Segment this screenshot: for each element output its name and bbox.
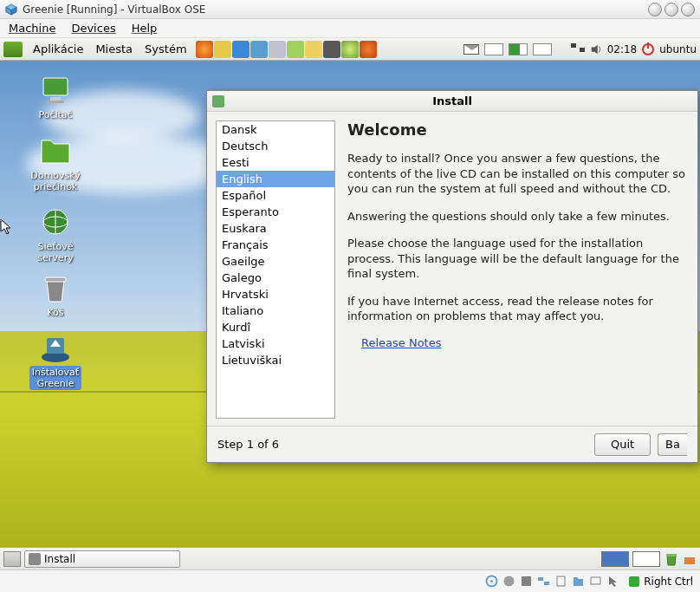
distro-logo-icon[interactable] (3, 42, 23, 57)
step-label: Step 1 of 6 (217, 438, 279, 451)
language-item[interactable]: Hrvatski (217, 286, 334, 303)
workspace-1[interactable] (601, 551, 629, 567)
welcome-para3: Please choose the language used for the … (347, 236, 687, 282)
terminal-icon[interactable] (323, 41, 340, 58)
app-icon[interactable] (250, 41, 268, 58)
mem-graph-icon[interactable] (509, 43, 528, 55)
language-item[interactable]: Euskara (217, 220, 334, 237)
desktop-icon-network[interactable]: Sieťové servery (21, 206, 90, 263)
vbox-floppy-icon[interactable] (520, 575, 533, 588)
back-button[interactable]: Ba (658, 433, 687, 456)
task-button-install[interactable]: Install (24, 550, 180, 568)
welcome-pane: Welcome Ready to install? Once you answe… (339, 120, 696, 419)
welcome-para2: Answering the questions should only take… (347, 209, 687, 224)
vbox-logo-icon (5, 3, 17, 16)
app-icon[interactable] (214, 41, 231, 58)
app-icon[interactable] (341, 41, 359, 58)
gnome-bottom-panel: Install (0, 547, 700, 569)
language-item[interactable]: Lietuviškai (217, 352, 334, 368)
menu-system[interactable]: Systém (139, 42, 191, 55)
svg-rect-22 (544, 582, 549, 585)
panel-trash-icon[interactable] (664, 551, 679, 567)
desktop-icon-computer[interactable]: Počítač (21, 75, 90, 120)
language-item[interactable]: English (217, 171, 334, 187)
vbox-usb-icon[interactable] (554, 575, 567, 588)
vbox-menubar: Machine Devices Help (0, 19, 700, 38)
task-icon (29, 553, 41, 565)
svg-rect-21 (538, 577, 543, 581)
language-item[interactable]: Eesti (217, 154, 334, 171)
vbox-hostkey-icon (629, 576, 639, 587)
menu-places[interactable]: Miesta (90, 42, 138, 55)
vbox-display-icon[interactable] (589, 575, 602, 588)
svg-rect-24 (591, 577, 600, 584)
svg-rect-3 (571, 43, 576, 48)
user-label[interactable]: ubuntu (659, 43, 697, 55)
desktop-icon-home[interactable]: Domovský priečinok (21, 135, 90, 192)
svg-rect-15 (666, 554, 677, 556)
close-button[interactable] (681, 3, 695, 16)
language-item[interactable]: Kurdî (217, 319, 334, 335)
svg-point-19 (504, 576, 515, 587)
language-item[interactable]: Esperanto (217, 204, 334, 220)
vbox-net-icon[interactable] (537, 575, 550, 588)
language-item[interactable]: Français (217, 237, 334, 253)
cpu-graph-icon[interactable] (484, 43, 503, 55)
app-icon[interactable] (287, 41, 304, 58)
app-icon[interactable] (269, 41, 286, 58)
svg-rect-20 (522, 576, 531, 586)
language-item[interactable]: Dansk (217, 121, 334, 138)
workspace-2[interactable] (632, 551, 660, 567)
installer-window: Install DanskDeutschEestiEnglishEspañolE… (206, 90, 698, 463)
desktop-icon-trash[interactable]: Kôš (21, 272, 90, 318)
installer-title: Install (432, 94, 472, 107)
vbox-titlebar: Greenie [Running] - VirtualBox OSE (0, 0, 700, 19)
desktop-icon-install[interactable]: Inštalovať Greenie (21, 331, 90, 390)
welcome-heading: Welcome (347, 120, 687, 139)
show-desktop-button[interactable] (3, 551, 21, 567)
app-icon[interactable] (232, 41, 250, 58)
vbox-hostkey-label: Right Ctrl (644, 576, 693, 588)
power-icon[interactable] (642, 43, 654, 55)
launcher-row (196, 41, 377, 58)
language-item[interactable]: Español (217, 187, 334, 204)
firefox-icon[interactable] (196, 41, 213, 58)
svg-rect-4 (580, 48, 585, 52)
system-tray: 02:18 ubuntu (463, 42, 697, 56)
volume-icon[interactable] (590, 43, 602, 55)
quit-button[interactable]: Quit (594, 433, 651, 456)
menu-applications[interactable]: Aplikácie (28, 42, 88, 55)
vbox-hd-icon[interactable] (502, 575, 515, 588)
vbox-menu-machine[interactable]: Machine (9, 22, 55, 35)
language-item[interactable]: Gaeilge (217, 253, 334, 270)
language-list[interactable]: DanskDeutschEestiEnglishEspañolEsperanto… (216, 120, 335, 419)
release-notes-link[interactable]: Release Notes (361, 336, 441, 349)
vbox-cd-icon[interactable] (485, 575, 498, 588)
minimize-button[interactable] (648, 3, 662, 16)
vbox-menu-help[interactable]: Help (132, 22, 158, 35)
net-graph-icon[interactable] (533, 43, 552, 55)
svg-rect-8 (47, 101, 64, 103)
svg-point-18 (490, 580, 493, 582)
panel-tray-icon[interactable] (683, 552, 697, 566)
mail-icon[interactable] (463, 44, 479, 55)
svg-rect-7 (50, 97, 61, 101)
installer-titlebar[interactable]: Install (207, 91, 697, 112)
welcome-para4: If you have Internet access, read the re… (347, 294, 687, 324)
clock[interactable]: 02:18 (607, 43, 638, 55)
vbox-shared-icon[interactable] (572, 575, 585, 588)
maximize-button[interactable] (664, 3, 678, 16)
svg-rect-16 (684, 557, 695, 564)
svg-marker-5 (591, 44, 597, 54)
network-icon[interactable] (571, 42, 585, 56)
language-item[interactable]: Deutsch (217, 138, 334, 154)
language-item[interactable]: Italiano (217, 303, 334, 319)
vbox-statusbar: Right Ctrl (0, 569, 700, 592)
language-item[interactable]: Latviski (217, 335, 334, 352)
vbox-title: Greenie [Running] - VirtualBox OSE (23, 3, 205, 16)
language-item[interactable]: Galego (217, 270, 334, 286)
app-icon[interactable] (305, 41, 322, 58)
vbox-menu-devices[interactable]: Devices (71, 22, 115, 35)
vbox-mouse-icon[interactable] (606, 575, 619, 588)
app-icon[interactable] (360, 41, 377, 58)
